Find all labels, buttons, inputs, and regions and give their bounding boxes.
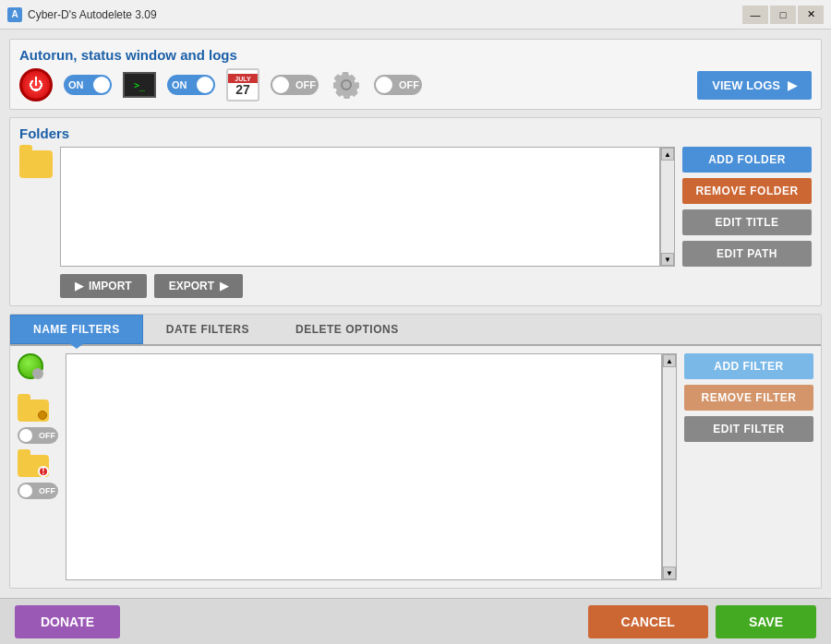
toggle-knob-1 (93, 77, 110, 93)
bottom-right-buttons: CANCEL SAVE (588, 605, 816, 638)
edit-title-button[interactable]: EDIT TITLE (682, 209, 812, 235)
filter-knob-1 (19, 429, 32, 442)
terminal-icon[interactable]: >_ (123, 72, 156, 98)
folders-scrollbar[interactable]: ▲ ▼ (660, 147, 675, 267)
add-folder-button[interactable]: ADD FOLDER (682, 147, 812, 173)
tab-date-filters[interactable]: DATE FILTERS (143, 315, 272, 344)
export-label: EXPORT (169, 280, 214, 292)
view-logs-arrow-icon: ▶ (788, 78, 797, 92)
import-export-row: ▶ IMPORT EXPORT ▶ (60, 274, 675, 298)
minimize-button[interactable]: — (742, 6, 768, 24)
tab-name-filters[interactable]: NAME FILTERS (10, 315, 143, 344)
calendar-icon[interactable]: JULY 27 (226, 68, 259, 101)
folder-list-area: ▲ ▼ ▶ IMPORT EXPORT ▶ (60, 147, 675, 298)
add-filter-button[interactable]: ADD FILTER (684, 353, 813, 379)
filter-knob-2 (19, 484, 32, 497)
remove-folder-button[interactable]: REMOVE FOLDER (682, 178, 812, 204)
toggle-gear-label: OFF (399, 79, 419, 90)
folders-buttons: ADD FOLDER REMOVE FOLDER EDIT TITLE EDIT… (682, 147, 812, 298)
toggle-autorun-label: ON (68, 79, 84, 90)
filter-row-2: OFF ! (18, 394, 58, 499)
filters-list[interactable] (66, 353, 662, 580)
filter-folder-lock-icon (18, 394, 49, 422)
tabs-header: NAME FILTERS DATE FILTERS DELETE OPTIONS (10, 315, 821, 346)
maximize-button[interactable]: □ (770, 6, 796, 24)
cancel-button[interactable]: CANCEL (588, 605, 708, 638)
filter-scroll-up[interactable]: ▲ (663, 354, 676, 367)
autorun-section: Autorun, status window and logs ⏻ ON >_ … (9, 39, 822, 110)
export-button[interactable]: EXPORT ▶ (154, 274, 243, 298)
filter-toggle-1[interactable]: OFF (18, 427, 58, 444)
edit-filter-button[interactable]: EDIT FILTER (684, 416, 813, 442)
tab-delete-options[interactable]: DELETE OPTIONS (272, 315, 422, 344)
scroll-up-arrow[interactable]: ▲ (661, 148, 674, 161)
folders-content: ▲ ▼ ▶ IMPORT EXPORT ▶ A (19, 147, 812, 298)
toggle-autorun[interactable]: ON (64, 75, 112, 95)
scroll-down-arrow[interactable]: ▼ (661, 253, 674, 266)
del-badge: ! (38, 466, 49, 477)
autorun-title: Autorun, status window and logs (19, 47, 812, 63)
window-controls: — □ ✕ (742, 6, 824, 24)
folders-section: Folders ▲ ▼ ▶ IMPORT (9, 117, 822, 306)
save-button[interactable]: SAVE (716, 605, 816, 638)
filter-list-area: ▲ ▼ (66, 353, 677, 580)
scroll-track (661, 161, 674, 253)
bottom-bar: DONATE CANCEL SAVE (0, 598, 831, 644)
toggle-status-label: ON (172, 79, 187, 90)
filter-row-1 (18, 353, 43, 379)
app-icon: A (7, 7, 22, 22)
filter-scroll-track (663, 367, 676, 566)
filter-scroll-down[interactable]: ▼ (663, 566, 676, 579)
tabs-section: NAME FILTERS DATE FILTERS DELETE OPTIONS (9, 314, 822, 589)
app-title: Cyber-D's Autodelete 3.09 (28, 8, 157, 21)
folders-list[interactable] (60, 147, 660, 267)
filter-buttons-col: ADD FILTER REMOVE FILTER EDIT FILTER (684, 353, 813, 580)
export-arrow-icon: ▶ (220, 280, 228, 292)
view-logs-label: VIEW LOGS (712, 78, 780, 92)
title-bar-left: A Cyber-D's Autodelete 3.09 (7, 7, 157, 22)
donate-button[interactable]: DONATE (15, 605, 120, 638)
folder-icon-area (19, 147, 53, 298)
autorun-controls: ⏻ ON >_ ON JULY 27 OFF (19, 68, 812, 101)
import-label: IMPORT (89, 280, 132, 292)
toggle-status[interactable]: ON (167, 75, 215, 95)
filter-toggle-1-label: OFF (39, 431, 55, 440)
filter-folder-del-icon: ! (18, 449, 49, 477)
tabs-content: OFF ! (10, 346, 821, 588)
toggle-schedule-label: OFF (295, 79, 316, 90)
close-button[interactable]: ✕ (798, 6, 824, 24)
toggle-schedule[interactable]: OFF (271, 75, 319, 95)
filter-toggle-2-label: OFF (39, 486, 55, 495)
toggle-knob-3 (272, 77, 289, 93)
remove-filter-button[interactable]: REMOVE FILTER (684, 385, 813, 411)
view-logs-button[interactable]: VIEW LOGS ▶ (697, 71, 812, 100)
cal-day: 27 (235, 83, 250, 96)
import-button[interactable]: ▶ IMPORT (60, 274, 147, 298)
filter-icons-col: OFF ! (18, 353, 58, 580)
toggle-gear[interactable]: OFF (374, 75, 422, 95)
edit-path-button[interactable]: EDIT PATH (682, 241, 812, 267)
active-filter-indicator (18, 353, 43, 379)
import-arrow-icon: ▶ (75, 280, 83, 292)
toggle-knob-2 (197, 77, 213, 93)
filter-toggle-2[interactable]: OFF (18, 483, 58, 499)
gear-icon[interactable] (330, 68, 363, 101)
toggle-knob-4 (376, 77, 392, 93)
main-content: Autorun, status window and logs ⏻ ON >_ … (0, 30, 831, 598)
title-bar: A Cyber-D's Autodelete 3.09 — □ ✕ (0, 0, 831, 30)
filters-scrollbar[interactable]: ▲ ▼ (662, 353, 677, 580)
folders-title: Folders (19, 125, 812, 141)
power-button[interactable]: ⏻ (19, 68, 53, 101)
folder-icon (19, 150, 53, 178)
